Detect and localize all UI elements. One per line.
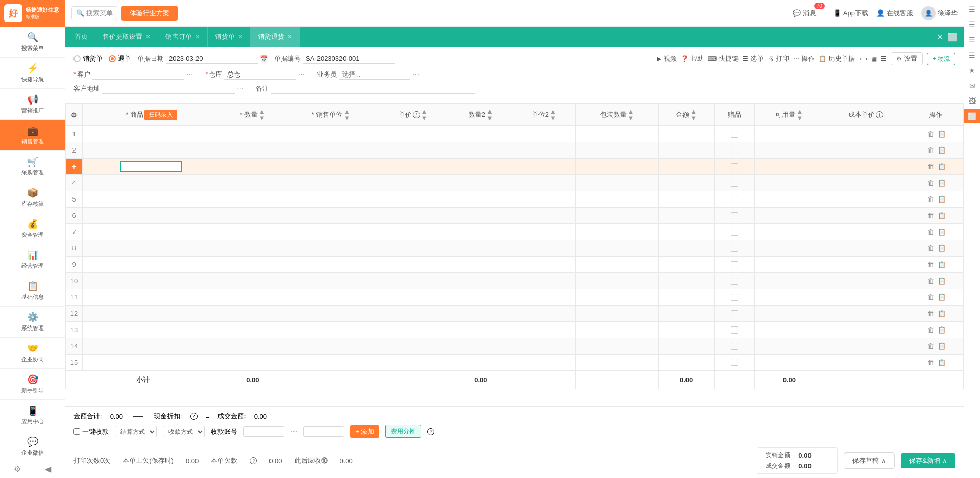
video-btn[interactable]: ▶ 视频 [657,54,677,63]
delete-icon-6[interactable]: 🗑 [927,212,934,219]
gift-checkbox-11[interactable] [731,294,738,301]
copy-icon-2[interactable]: 📋 [938,146,946,154]
col-available[interactable]: 可用量 ▲▼ [754,104,824,126]
col-price[interactable]: 单价 i ▲▼ [377,104,449,126]
collapse-button[interactable]: ◀ [45,464,51,474]
col-settings[interactable]: ⚙ [66,104,83,126]
row-11-gift[interactable] [714,289,754,306]
add-logistics-btn[interactable]: + 物流 [927,53,955,65]
delete-icon-5[interactable]: 🗑 [927,195,934,203]
tab-sales-order[interactable]: 销售订单 ✕ [158,27,208,47]
sidebar-item-enterprise[interactable]: 🤝 企业协同 [0,338,65,369]
view-list-btn[interactable]: ☰ [881,55,887,62]
sidebar-item-apps[interactable]: 📱 应用中心 [0,400,65,431]
right-icon-img[interactable]: 🖼 [965,94,979,108]
delete-icon-15[interactable]: 🗑 [927,359,934,366]
radio-sale[interactable]: 销货单 [74,54,103,63]
row-14-goods[interactable] [83,338,220,355]
col-pack-qty[interactable]: 包装数量 ▲▼ [576,104,658,126]
row-4-goods[interactable] [83,175,220,191]
view-card-btn[interactable]: ▦ [871,55,877,62]
warehouse-picker[interactable]: ··· [298,70,304,79]
row-9-goods[interactable] [83,257,220,273]
user-info[interactable]: 👤 徐泽华 [921,6,958,20]
sidebar-item-finance[interactable]: 💰 资金管理 [0,213,65,244]
tab-sales-delivery-close[interactable]: ✕ [238,33,243,40]
sidebar-item-system[interactable]: ⚙️ 系统管理 [0,307,65,338]
copy-icon-6[interactable]: 📋 [938,212,946,219]
add-fee-btn[interactable]: + 添加 [350,425,379,438]
tab-sales-return[interactable]: 销货退货 ✕ [251,27,300,47]
sidebar-item-sales[interactable]: 💼 销售管理 [0,120,65,151]
help-btn[interactable]: ❓ 帮助 [681,54,704,63]
gift-checkbox-14[interactable] [731,343,738,350]
close-all-tabs[interactable]: ✕ [937,32,943,42]
gift-checkbox-1[interactable] [731,131,738,138]
sidebar-item-basic[interactable]: 📋 基础信息 [0,275,65,307]
copy-icon-10[interactable]: 📋 [938,277,946,285]
gift-checkbox-9[interactable] [731,261,738,268]
gift-checkbox-4[interactable] [731,180,738,187]
one-pay-check[interactable] [74,428,80,435]
amount-fee-input[interactable] [303,426,344,437]
staff-input[interactable] [339,69,410,80]
gift-checkbox-12[interactable] [731,310,738,317]
row-15-gift[interactable] [714,355,754,371]
right-icon-4[interactable]: ☰ [965,48,979,62]
gift-checkbox-5[interactable] [731,196,738,203]
sidebar-item-purchase[interactable]: 🛒 采购管理 [0,151,65,182]
row-10-gift[interactable] [714,273,754,289]
goods-input-3[interactable] [120,161,182,172]
message-btn[interactable]: 💬 消息 70 [793,9,825,18]
row-11-goods[interactable] [83,289,220,306]
right-icon-mail[interactable]: ✉ [965,79,979,93]
delete-icon-13[interactable]: 🗑 [927,326,934,334]
right-icon-active[interactable]: ⬜ [964,109,981,123]
row-5-goods[interactable] [83,191,220,208]
customer-picker[interactable]: ··· [186,70,193,79]
scan-btn[interactable]: 扫码录入 [144,110,177,120]
col-unit[interactable]: * 销售单位 ▲▼ [285,104,377,126]
copy-icon-9[interactable]: 📋 [938,261,946,268]
delete-icon-7[interactable]: 🗑 [927,228,934,236]
copy-icon-3[interactable]: 📋 [938,163,946,170]
copy-icon-7[interactable]: 📋 [938,228,946,236]
customer-input[interactable] [92,69,184,80]
search-menu[interactable]: 🔍 搜索菜单 [71,6,117,20]
row-7-goods[interactable] [83,224,220,240]
copy-icon-13[interactable]: 📋 [938,326,946,334]
delete-icon-2[interactable]: 🗑 [927,146,934,154]
row-2-goods[interactable] [83,142,220,159]
sidebar-item-search[interactable]: 🔍 搜索菜单 [0,27,65,58]
radio-return[interactable]: 退单 [109,54,131,63]
copy-icon-8[interactable]: 📋 [938,244,946,252]
col-qty2[interactable]: 数量2 ▲▼ [449,104,512,126]
col-qty[interactable]: * 数量 ▲▼ [220,104,285,126]
gift-checkbox-2[interactable] [731,147,738,154]
gift-checkbox-10[interactable] [731,278,738,285]
exp-btn[interactable]: 体验行业方案 [121,6,178,21]
row-2-gift[interactable] [714,142,754,159]
copy-icon-14[interactable]: 📋 [938,342,946,350]
col-unit2[interactable]: 单位2 ▲▼ [512,104,576,126]
right-icon-2[interactable]: ☰ [965,17,979,32]
row-3-gift[interactable] [714,159,754,175]
row-7-gift[interactable] [714,224,754,240]
gift-checkbox-13[interactable] [731,326,738,334]
one-pay-checkbox[interactable]: 一键收款 [74,427,109,436]
calendar-icon[interactable]: 📅 [260,55,268,63]
tab-sales-return-close[interactable]: ✕ [287,33,292,40]
row-1-gift[interactable] [714,126,754,142]
right-icon-3[interactable]: ☰ [965,33,979,47]
nav-prev-btn[interactable]: ‹ [859,55,861,62]
tab-sales-delivery[interactable]: 销货单 ✕ [208,27,251,47]
sidebar-item-guide[interactable]: 🎯 新手引导 [0,369,65,400]
right-icon-1[interactable]: ☰ [965,2,979,16]
history-btn[interactable]: 📋 历史单据 [819,54,855,63]
tab-home[interactable]: 首页 [67,27,95,47]
gift-checkbox-15[interactable] [731,359,738,366]
sidebar-item-shortcut[interactable]: ⚡ 快捷导航 [0,58,65,89]
row-12-goods[interactable] [83,306,220,322]
row-5-gift[interactable] [714,191,754,208]
tab-sales-order-close[interactable]: ✕ [195,33,200,40]
